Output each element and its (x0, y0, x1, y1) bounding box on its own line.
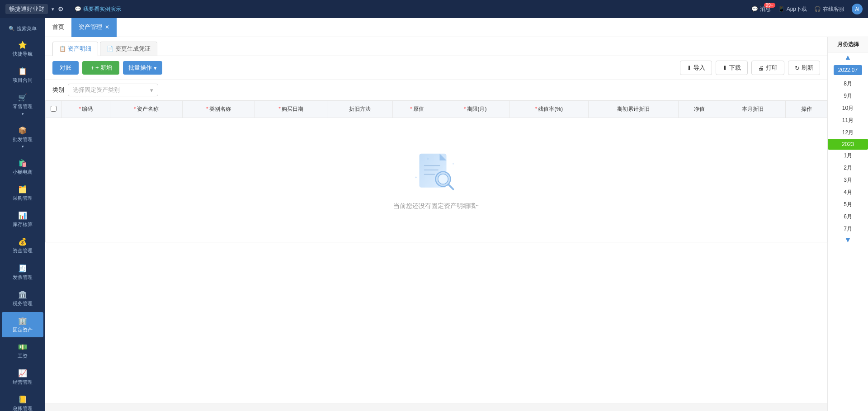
operations-icon: 📈 (18, 369, 27, 378)
category-select[interactable]: 选择固定资产类别 ▾ (68, 84, 158, 96)
item-label: 发票管理 (13, 274, 33, 280)
col-header-residual-rate: *残值率(%) (509, 101, 589, 118)
select-all-checkbox[interactable] (51, 106, 57, 112)
month-item-12[interactable]: 12月 (828, 127, 868, 139)
company-dropdown-arrow[interactable]: ▾ (52, 6, 54, 12)
month-item-3[interactable]: 3月 (828, 174, 868, 186)
item-label: 税务管理 (13, 301, 33, 307)
sub-tab-change-voucher[interactable]: 📄 变更生成凭证 (100, 42, 157, 56)
import-button[interactable]: ⬇ 导入 (680, 61, 712, 75)
sidebar-item-retail[interactable]: 🛒 零售管理 ▾ (2, 89, 43, 120)
shortcut-label: 快捷导航 (13, 51, 33, 57)
search-menu-button[interactable]: 🔍 搜索菜单 (0, 22, 45, 36)
add-button[interactable]: ＋ + 新增 (82, 61, 119, 75)
expand-icon: ▾ (22, 112, 24, 116)
table-header-checkbox[interactable] (46, 101, 62, 118)
month-item-2[interactable]: 2月 (828, 162, 868, 174)
item-label: 总账管理 (13, 406, 33, 411)
page-content: 📋 资产明细 📄 变更生成凭证 对账 ＋ + 新增 (45, 37, 868, 411)
header-right: 💬 消息 99+ 📱 App下载 🎧 在线客服 Ai (751, 4, 863, 14)
empty-state: 当前您还没有固定资产明细哦~ (49, 123, 823, 237)
col-header-original-value: *原值 (393, 101, 441, 118)
item-label: 固定资产 (13, 327, 33, 333)
col-header-purchase-date: *购买日期 (255, 101, 327, 118)
sidebar-item-ledger[interactable]: 📒 总账管理 (2, 391, 43, 411)
payroll-icon: 💵 (18, 343, 27, 351)
tab-home[interactable]: 首页 (45, 18, 71, 37)
expand-icon: ▾ (22, 144, 24, 149)
download-button[interactable]: ⬇ 下载 (716, 61, 748, 75)
purchase-icon: 🗂️ (18, 185, 27, 194)
month-item-8[interactable]: 8月 (828, 78, 868, 90)
user-avatar[interactable]: Ai (852, 4, 863, 14)
current-period-label[interactable]: 2022.07 (834, 65, 862, 75)
app-download-button[interactable]: 📱 App下载 (778, 5, 807, 13)
sub-tabs: 📋 资产明细 📄 变更生成凭证 (45, 37, 827, 56)
month-item-5[interactable]: 5月 (828, 198, 868, 211)
month-nav-up[interactable]: ▲ (844, 52, 852, 62)
month-item-1[interactable]: 1月 (828, 150, 868, 162)
sidebar-item-shortcut[interactable]: ⭐ 快捷导航 (2, 36, 43, 61)
svg-point-9 (415, 176, 417, 178)
tax-icon: 🏛️ (18, 290, 27, 299)
messages-button[interactable]: 💬 消息 99+ (751, 5, 771, 13)
col-header-operation: 操作 (786, 101, 827, 118)
item-label: 小畅电商 (13, 169, 33, 175)
empty-illustration (409, 150, 463, 195)
sidebar-item-fund[interactable]: 💰 资金管理 (2, 233, 43, 258)
sidebar-item-project-contract[interactable]: 📋 项目合同 (2, 62, 43, 88)
refresh-button[interactable]: ↻ 刷新 (788, 61, 820, 75)
month-item-4[interactable]: 4月 (828, 186, 868, 198)
tab-close-icon[interactable]: ✕ (105, 24, 109, 30)
demo-icon: 💬 (75, 6, 81, 12)
download-icon: 📱 (778, 6, 785, 12)
reconcile-button[interactable]: 对账 (52, 61, 79, 75)
sidebar-item-wholesale[interactable]: 📦 批发管理 ▾ (2, 122, 43, 153)
sidebar-item-ecommerce[interactable]: 🛍️ 小畅电商 (2, 154, 43, 180)
sub-tab-asset-detail[interactable]: 📋 资产明细 (52, 42, 98, 56)
demo-link[interactable]: 💬 我要看实例演示 (75, 5, 121, 13)
toolbar: 对账 ＋ + 新增 批量操作 ▾ ⬇ 导入 (45, 56, 827, 80)
invoice-icon: 🧾 (18, 264, 27, 273)
month-item-10[interactable]: 10月 (828, 102, 868, 114)
month-nav-down[interactable]: ▼ (844, 235, 852, 245)
month-item-7[interactable]: 7月 (828, 223, 868, 235)
asset-detail-icon: 📋 (59, 46, 66, 52)
item-label: 零售管理 (13, 104, 33, 109)
sidebar-item-operations[interactable]: 📈 经营管理 (2, 364, 43, 390)
import-icon: ⬇ (687, 65, 692, 71)
settings-icon[interactable]: ⚙ (58, 5, 64, 13)
svg-point-8 (453, 163, 454, 165)
company-name[interactable]: 畅捷通好业财 (5, 4, 48, 14)
month-item-9[interactable]: 9月 (828, 90, 868, 102)
header-left: 畅捷通好业财 ▾ ⚙ 💬 我要看实例演示 (5, 4, 751, 14)
col-header-monthly-depreciation: 本月折旧 (720, 101, 786, 118)
wholesale-icon: 📦 (18, 126, 27, 135)
month-item-11[interactable]: 11月 (828, 114, 868, 127)
print-icon: 🖨 (758, 65, 764, 71)
empty-text: 当前您还没有固定资产明细哦~ (393, 202, 479, 210)
main-layout: 🔍 搜索菜单 ⭐ 快捷导航 📋 项目合同 🛒 零售管理 ▾ 📦 批发管理 ▾ 🛍… (0, 18, 868, 411)
ledger-icon: 📒 (18, 395, 27, 404)
sidebar-item-tax[interactable]: 🏛️ 税务管理 (2, 286, 43, 311)
bottom-scrollbar[interactable] (45, 403, 827, 411)
tab-asset-mgmt[interactable]: 资产管理 ✕ (71, 18, 117, 37)
month-item-6[interactable]: 6月 (828, 211, 868, 223)
batch-dropdown-icon: ▾ (154, 65, 157, 71)
sidebar-item-invoice[interactable]: 🧾 发票管理 (2, 260, 43, 285)
batch-ops-button[interactable]: 批量操作 ▾ (123, 61, 162, 75)
sidebar-item-payroll[interactable]: 💵 工资 (2, 338, 43, 364)
main-panel: 📋 资产明细 📄 变更生成凭证 对账 ＋ + 新增 (45, 37, 827, 411)
shortcut-icon: ⭐ (18, 41, 27, 49)
search-icon: 🔍 (9, 26, 15, 32)
sidebar-item-inventory[interactable]: 📊 库存核算 (2, 207, 43, 232)
select-dropdown-icon: ▾ (150, 87, 153, 94)
sidebar-item-fixed-assets[interactable]: 🏢 固定资产 (2, 312, 43, 337)
sidebar-item-purchase[interactable]: 🗂️ 采购管理 (2, 180, 43, 206)
online-service-button[interactable]: 🎧 在线客服 (814, 5, 844, 13)
col-header-category: *类别名称 (182, 101, 255, 118)
item-label: 项目合同 (13, 77, 33, 83)
add-icon: ＋ (90, 64, 95, 72)
category-placeholder: 选择固定资产类别 (73, 86, 120, 94)
print-button[interactable]: 🖨 打印 (751, 61, 784, 75)
